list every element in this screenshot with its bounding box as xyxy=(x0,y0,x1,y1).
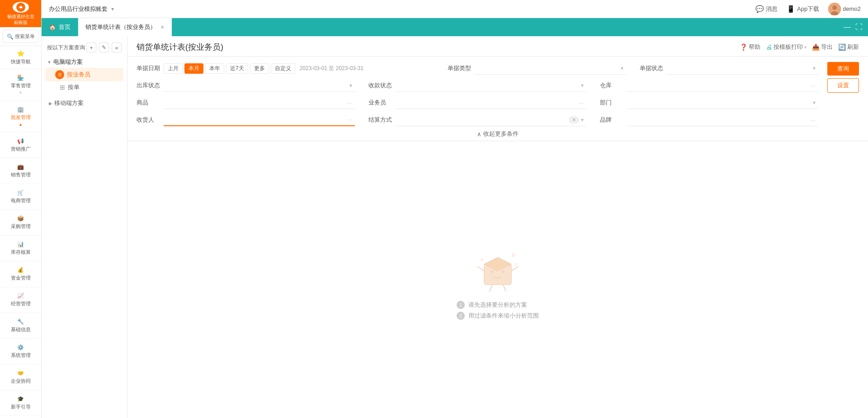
export-button[interactable]: 📤 导出 xyxy=(812,43,833,51)
help-button[interactable]: ❓ 帮助 xyxy=(740,43,760,51)
brand-label: 品牌 xyxy=(600,116,627,124)
department-control[interactable]: ▾ xyxy=(627,96,818,109)
sidebar-item-basic[interactable]: 🔧 基础信息 xyxy=(0,313,41,339)
print-dropdown-icon: ▾ xyxy=(804,45,807,50)
date-btn-last-month[interactable]: 上月 xyxy=(164,63,183,74)
settlement-control[interactable]: × ▾ xyxy=(396,114,587,126)
sidebar-item-wholesale[interactable]: 🏢 批发管理 ▲ xyxy=(0,101,41,133)
print-icon: 🖨 xyxy=(766,43,772,51)
top-bar-dropdown-icon[interactable]: ▾ xyxy=(111,6,114,12)
pc-group-label: 电脑端方案 xyxy=(53,58,83,66)
sidebar-item-operation[interactable]: 📈 经营管理 xyxy=(0,287,41,313)
sidebar-item-newuser[interactable]: 🎓 新手引导 xyxy=(0,390,41,416)
tab-minimize-button[interactable]: — xyxy=(844,23,851,31)
logo-icon xyxy=(13,2,29,13)
query-button[interactable]: 查询 xyxy=(827,62,859,76)
svg-point-2 xyxy=(832,5,837,10)
print-button[interactable]: 🖨 按模板打印 ▾ xyxy=(766,43,807,51)
filter-payment-status: 收款状态 ▾ xyxy=(368,79,587,92)
help-label: 帮助 xyxy=(749,43,760,51)
refresh-button[interactable]: 🔄 刷新 xyxy=(838,43,859,51)
scheme-sub-item-order[interactable]: ⊞ 按单 xyxy=(45,81,123,93)
settlement-clear-x[interactable]: × xyxy=(572,117,576,123)
pc-scheme-group-header[interactable]: ▼ 电脑端方案 xyxy=(45,56,123,68)
edit-scheme-button[interactable]: ✎ xyxy=(99,43,109,52)
empty-illustration xyxy=(471,239,525,294)
tip-1-text: 请先选择要分析的方案 xyxy=(468,301,527,309)
logo-text: 畅捷通好生意 标账版 xyxy=(7,14,34,25)
add-scheme-button[interactable]: + xyxy=(86,43,96,52)
salesperson-control[interactable]: ··· xyxy=(396,96,587,109)
page-title: 销货单统计表(按业务员) xyxy=(137,42,223,52)
sidebar-item-enterprise[interactable]: 🤝 企业协同 xyxy=(0,365,41,390)
svg-point-13 xyxy=(481,258,483,261)
logo-area[interactable]: 畅捷通好生意 标账版 xyxy=(0,0,41,27)
sidebar-item-quick-nav[interactable]: ⭐ 快捷导航 xyxy=(0,46,41,69)
consignee-control[interactable]: ··· xyxy=(164,114,355,126)
page-header-actions: ❓ 帮助 🖨 按模板打印 ▾ 📤 导出 🔄 刷新 xyxy=(740,43,859,51)
filter-department: 部门 ▾ xyxy=(600,96,818,109)
goods-control[interactable]: ··· xyxy=(164,96,355,109)
tab-maximize-button[interactable]: ⛶ xyxy=(855,23,863,31)
search-menu-button[interactable]: 🔍 搜索菜单 xyxy=(3,30,38,43)
retail-icon: 🏪 xyxy=(17,75,24,81)
sidebar-item-ecommerce[interactable]: 🛒 电商管理 xyxy=(0,184,41,210)
ecommerce-icon: 🛒 xyxy=(17,190,24,196)
setting-button[interactable]: 设置 xyxy=(827,78,859,93)
system-icon: ⚙️ xyxy=(17,344,24,351)
payment-status-dropdown-icon: ▾ xyxy=(581,82,584,89)
pc-group-arrow: ▼ xyxy=(47,60,52,65)
left-panel-actions: + ✎ « xyxy=(86,43,122,52)
message-label: 消息 xyxy=(766,5,778,13)
filter-out-status: 出库状态 ▾ xyxy=(137,79,355,92)
filter-doc-status: 单据状态 ▾ xyxy=(640,62,818,75)
payment-status-control[interactable]: ▾ xyxy=(396,79,587,92)
left-panel: 按以下方案查询 + ✎ « ▼ 电脑端方案 xyxy=(42,36,127,418)
left-panel-header: 按以下方案查询 + ✎ « xyxy=(42,41,127,56)
svg-line-9 xyxy=(477,266,484,271)
tip-1-num: 1 xyxy=(457,301,465,309)
sidebar-item-finance[interactable]: 💰 资金管理 xyxy=(0,261,41,287)
sidebar-item-purchase[interactable]: 📦 采购管理 xyxy=(0,210,41,236)
wholesale-arrow-icon: ▲ xyxy=(19,122,23,127)
out-status-control[interactable]: ▾ xyxy=(164,79,355,92)
app-download-button[interactable]: 📱 App下载 xyxy=(787,5,819,13)
mobile-scheme-header[interactable]: ▶ 移动端方案 xyxy=(45,97,123,109)
tab-close-icon[interactable]: × xyxy=(160,24,164,31)
filter-row-3: 商品 ··· 业务员 ··· xyxy=(137,96,818,109)
salesperson-scheme-dot: 业 xyxy=(55,70,64,79)
operation-icon: 📈 xyxy=(17,293,24,299)
sidebar-item-retail[interactable]: 🏪 零售管理 ▼ xyxy=(0,69,41,101)
doc-status-control[interactable]: ▾ xyxy=(667,62,818,75)
sidebar-item-marketing[interactable]: 📢 营销推广 xyxy=(0,133,41,158)
consignee-dots: ··· xyxy=(347,116,352,123)
svg-line-12 xyxy=(503,285,506,291)
sidebar-item-sales[interactable]: 💼 销售管理 xyxy=(0,158,41,184)
sidebar-item-inventory[interactable]: 📊 库存核算 xyxy=(0,236,41,261)
date-btn-this-year[interactable]: 本年 xyxy=(205,63,224,74)
order-scheme-icon: ⊞ xyxy=(60,84,65,91)
brand-control[interactable]: ··· xyxy=(627,114,818,126)
warehouse-control[interactable]: ··· xyxy=(627,79,818,92)
tab-home[interactable]: 🏠 首页 xyxy=(42,18,78,36)
goods-label: 商品 xyxy=(137,99,164,107)
message-button[interactable]: 💬 消息 xyxy=(755,5,778,13)
filter-salesperson: 业务员 ··· xyxy=(368,96,587,109)
empty-tip-1: 1 请先选择要分析的方案 xyxy=(457,301,539,309)
sidebar-item-system[interactable]: ⚙️ 系统管理 xyxy=(0,339,41,365)
user-avatar-area[interactable]: demo2 xyxy=(828,3,861,15)
enterprise-icon: 🤝 xyxy=(17,370,24,376)
collapse-button[interactable]: ∧ 收起更多条件 xyxy=(137,130,859,138)
date-btn-custom[interactable]: 自定义 xyxy=(271,63,295,74)
basic-icon: 🔧 xyxy=(17,318,24,325)
tab-active[interactable]: 销货单统计表（按业务员） × xyxy=(78,18,172,36)
sidebar-item-appcenter[interactable]: 📱 应用中心 xyxy=(0,416,41,418)
collapse-label: 收起更多条件 xyxy=(483,130,519,138)
retail-arrow-icon: ▼ xyxy=(19,90,23,95)
date-btn-this-month[interactable]: 本月 xyxy=(184,63,203,74)
date-btn-more[interactable]: 更多 xyxy=(250,63,269,74)
collapse-panel-button[interactable]: « xyxy=(112,43,122,52)
scheme-item-salesperson[interactable]: 业 按业务员 xyxy=(45,68,123,81)
date-btn-7days[interactable]: 近7天 xyxy=(226,63,248,74)
doc-type-control[interactable]: ▾ xyxy=(475,62,626,75)
